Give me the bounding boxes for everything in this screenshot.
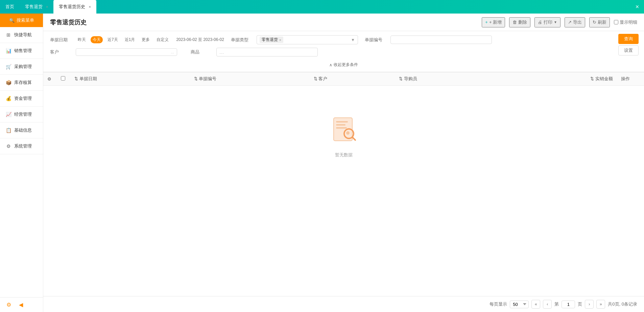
empty-state-icon (327, 113, 361, 147)
col-number-label: 单据编号 (199, 76, 216, 81)
empty-state: 暂无数据 (43, 86, 644, 185)
next-page-button[interactable]: › (585, 300, 594, 309)
date-custom[interactable]: 自定义 (154, 36, 171, 43)
svg-rect-1 (336, 121, 348, 122)
page-size-label: 每页显示 (490, 301, 507, 307)
sidebar-label-basic-info: 基础信息 (14, 127, 32, 133)
select-all-checkbox[interactable] (61, 76, 65, 81)
collapse-button[interactable]: ∧ 收起更多条件 (329, 62, 358, 68)
date-more[interactable]: 更多 (140, 36, 152, 43)
sidebar-settings-icon[interactable]: ⚙ (4, 300, 14, 310)
goods-label: 商品 (191, 49, 210, 55)
top-bar: 首页零售退货×零售退货历史× × (0, 0, 644, 14)
date-range-display: 2023-06-02 至 2023-06-02 (176, 37, 224, 43)
sidebar-icon-system: ⚙ (5, 143, 11, 149)
sidebar: 🔍 搜索菜单 ⊞ 快捷导航 📊 销售管理 🛒 采购管理 📦 库存核算 💰 资金管… (0, 14, 43, 312)
print-icon: 🖨 (538, 20, 542, 25)
table-body: 暂无数据 (43, 86, 644, 185)
collapse-icon: ∧ (329, 63, 332, 67)
th-number: ⇅ 单据编号 (190, 72, 310, 86)
page-header: 零售退货历史 + + 新增 🗑 删除 🖨 打印 ▼ ↗ 导出 (43, 14, 644, 31)
doc-type-tag: 零售退货 × (260, 37, 283, 43)
filter-area: 单据日期 昨天 今天 近7天 近1月 更多 自定义 2023-06-02 至 2… (43, 31, 644, 72)
sidebar-icon-sales-mgmt: 📊 (5, 48, 11, 54)
settings-button[interactable]: 设置 (618, 45, 639, 55)
refresh-button[interactable]: ↻ 刷新 (589, 17, 610, 27)
print-button[interactable]: 🖨 打印 ▼ (534, 17, 560, 27)
customer-input[interactable]: ... (76, 48, 177, 56)
tab-home[interactable]: 首页 (0, 0, 20, 14)
col-date-label: 单据日期 (79, 76, 97, 81)
show-detail-checkbox[interactable] (614, 20, 618, 24)
tab-retail-return[interactable]: 零售退货× (20, 0, 53, 14)
th-date: ⇅ 单据日期 (70, 72, 190, 86)
sidebar-item-system[interactable]: ⚙ 系统管理 (0, 138, 43, 154)
date-filter-label: 单据日期 (50, 37, 69, 43)
column-settings-icon[interactable]: ⚙ (47, 76, 51, 82)
date-1month[interactable]: 近1月 (123, 36, 137, 43)
delete-icon: 🗑 (512, 20, 517, 25)
date-today[interactable]: 今天 (91, 36, 103, 43)
first-page-button[interactable]: « (531, 300, 540, 309)
prev-page-button[interactable]: ‹ (543, 300, 552, 309)
date-yesterday[interactable]: 昨天 (76, 36, 88, 43)
tab-close-retail-return-history[interactable]: × (89, 5, 91, 9)
doc-type-input-wrapper[interactable]: 零售退货 × ▼ (257, 35, 358, 44)
table-container: ⚙ ⇅ 单据日期 ⇅ 单据编号 (43, 72, 644, 296)
last-page-button[interactable]: » (596, 300, 605, 309)
doc-type-dropdown-icon[interactable]: ▼ (351, 38, 355, 42)
doc-number-label: 单据编号 (365, 37, 384, 43)
table-head: ⚙ ⇅ 单据日期 ⇅ 单据编号 (43, 72, 644, 86)
sidebar-item-basic-info[interactable]: 📋 基础信息 (0, 122, 43, 138)
sidebar-item-finance[interactable]: 💰 资金管理 (0, 91, 43, 107)
empty-text: 暂无数据 (335, 152, 353, 158)
th-actions: 操作 (617, 72, 644, 86)
export-button[interactable]: ↗ 导出 (565, 17, 585, 27)
tab-retail-return-history[interactable]: 零售退货历史× (53, 0, 96, 14)
sidebar-item-purchase-mgmt[interactable]: 🛒 采购管理 (0, 59, 43, 75)
sidebar-icon-operations: 📈 (5, 111, 11, 117)
pagination-bar: 每页显示 50 20 100 « ‹ 第 页 › » 共0页, 0条记录 (43, 296, 644, 312)
sidebar-menu: ⊞ 快捷导航 📊 销售管理 🛒 采购管理 📦 库存核算 💰 资金管理 📈 经营管… (0, 27, 43, 297)
tab-close-retail-return[interactable]: × (46, 5, 48, 9)
tab-label-retail-return-history: 零售退货历史 (59, 4, 85, 10)
date-7days[interactable]: 近7天 (105, 36, 120, 43)
col-amount-label: 实销金额 (595, 76, 613, 81)
window-close-button[interactable]: × (630, 0, 644, 14)
customer-label: 客户 (50, 49, 69, 55)
tab-label-home: 首页 (5, 4, 14, 10)
th-setting: ⚙ (43, 72, 57, 86)
query-button[interactable]: 查询 (618, 34, 639, 44)
customer-ellipsis: ... (171, 50, 174, 54)
goods-input[interactable]: ... (216, 48, 318, 57)
delete-button[interactable]: 🗑 删除 (509, 17, 530, 27)
page-number-input[interactable] (562, 300, 575, 308)
total-count: 共0页, 0条记录 (608, 301, 637, 307)
collapse-row: ∧ 收起更多条件 (50, 60, 637, 68)
sidebar-item-sales-mgmt[interactable]: 📊 销售管理 (0, 43, 43, 59)
sidebar-menu-icon[interactable]: ◀ (16, 300, 26, 310)
doc-type-tag-close[interactable]: × (279, 38, 281, 42)
doc-type-label: 单据类型 (231, 37, 250, 43)
sidebar-search-label: 搜索菜单 (17, 17, 34, 23)
sidebar-label-inventory: 库存核算 (14, 80, 32, 86)
filter-row-2: 客户 ... 商品 ... (50, 48, 637, 57)
empty-row: 暂无数据 (43, 86, 644, 185)
th-customer: ⇅ 客户 (310, 72, 395, 86)
show-detail-wrapper: 显示明细 (614, 19, 637, 25)
col-customer-label: 客户 (318, 76, 327, 81)
refresh-icon: ↻ (593, 20, 596, 25)
sidebar-item-inventory[interactable]: 📦 库存核算 (0, 75, 43, 91)
doc-number-input[interactable] (390, 36, 492, 44)
add-button[interactable]: + + 新增 (482, 17, 505, 27)
doc-type-tag-value: 零售退货 (262, 37, 278, 43)
col-guide-label: 导购员 (404, 76, 417, 81)
filter-row-1: 单据日期 昨天 今天 近7天 近1月 更多 自定义 2023-06-02 至 2… (50, 35, 637, 44)
sidebar-item-quick-nav[interactable]: ⊞ 快捷导航 (0, 27, 43, 43)
sidebar-item-operations[interactable]: 📈 经营管理 (0, 107, 43, 122)
page-size-select[interactable]: 50 20 100 (510, 300, 529, 308)
sidebar-search-button[interactable]: 🔍 搜索菜单 (0, 14, 43, 27)
add-icon: + (485, 20, 488, 25)
th-amount: ⇅ 实销金额 (497, 72, 617, 86)
sidebar-icon-finance: 💰 (5, 95, 11, 102)
